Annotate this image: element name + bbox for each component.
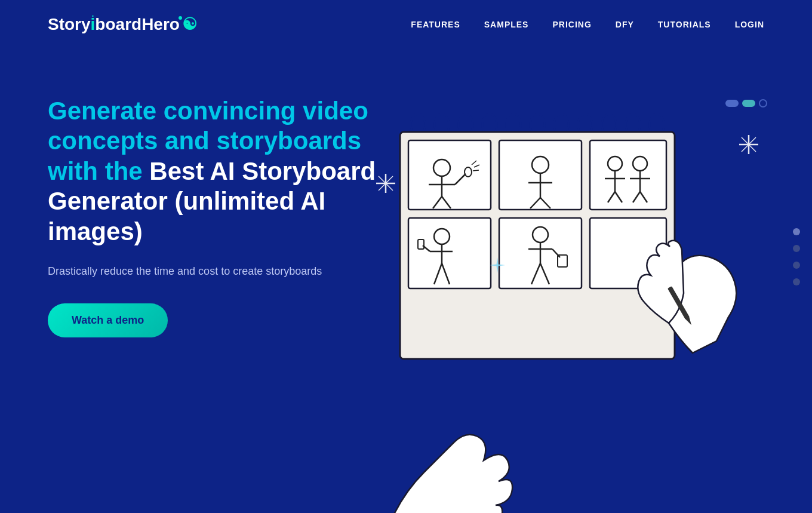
scroll-dot-3[interactable] [793, 262, 800, 269]
pill-2 [742, 100, 755, 107]
scroll-dot-4[interactable] [793, 278, 800, 285]
svg-rect-48 [408, 218, 491, 288]
nav-tutorials[interactable]: TUTORIALS [658, 20, 711, 29]
hero-left: Generate convincing video concepts and s… [48, 84, 406, 337]
svg-line-30 [473, 170, 479, 171]
scroll-dot-1[interactable] [793, 228, 800, 235]
scroll-indicator [793, 228, 800, 285]
navbar: Storyi·boardHero☯ FEATURES SAMPLES PRICI… [0, 0, 812, 48]
hero-subtext: Drastically reduce the time and cost to … [48, 263, 334, 279]
logo[interactable]: Storyi·boardHero☯ [48, 14, 197, 34]
sparkle-icon-2 [739, 135, 758, 158]
nav-dfy[interactable]: DFY [616, 20, 634, 29]
hero-headline: Generate convincing video concepts and s… [48, 96, 406, 247]
sparkle-icon-3 [490, 257, 505, 275]
svg-rect-20 [408, 140, 491, 210]
hero-illustration [370, 36, 812, 513]
nav-samples[interactable]: SAMPLES [484, 20, 529, 29]
svg-rect-37 [590, 140, 666, 210]
nav-pricing[interactable]: PRICING [552, 20, 591, 29]
scroll-dot-2[interactable] [793, 245, 800, 252]
nav-features[interactable]: FEATURES [411, 20, 460, 29]
nav-login[interactable]: LOGIN [735, 20, 764, 29]
hero-section: Generate convincing video concepts and s… [0, 48, 812, 337]
pill-3 [759, 99, 767, 107]
storyboard-notebook [382, 60, 728, 513]
watch-demo-button[interactable]: Watch a demo [48, 303, 168, 337]
nav-links: FEATURES SAMPLES PRICING DFY TUTORIALS L… [411, 19, 764, 30]
